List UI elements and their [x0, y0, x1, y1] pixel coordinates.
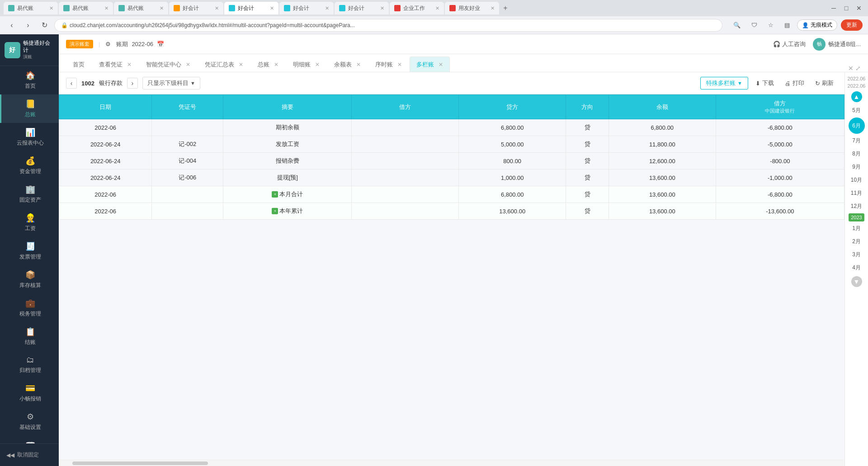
back-button[interactable]: ‹	[5, 19, 18, 32]
sidebar-item-home[interactable]: 🏠 首页	[0, 66, 59, 94]
browser-tab-5[interactable]: 好会计 ✕	[224, 2, 278, 14]
tab-smart-voucher-close[interactable]: ✕	[186, 61, 190, 68]
download-button[interactable]: ⬇ 下载	[752, 77, 778, 89]
tab-detail-ledger-close[interactable]: ✕	[315, 61, 320, 68]
print-button[interactable]: 🖨 打印	[781, 77, 808, 89]
star-icon[interactable]: ☆	[764, 20, 777, 30]
td-voucher-3[interactable]: 记-006	[152, 169, 223, 186]
date-october[interactable]: 10月	[847, 174, 867, 186]
tab-close-1[interactable]: ✕	[49, 5, 53, 11]
tab-close-4[interactable]: ✕	[215, 5, 219, 11]
tab-close-8[interactable]: ✕	[435, 5, 439, 11]
sidebar-item-settings[interactable]: ⚙ 基础设置	[0, 407, 59, 436]
date-scroll-down[interactable]: ▼	[851, 276, 862, 287]
date-august[interactable]: 8月	[847, 148, 867, 160]
td-voucher-2[interactable]: 记-004	[152, 153, 223, 169]
tab-general-ledger[interactable]: 总账 ✕	[251, 56, 285, 72]
tab-balance-close[interactable]: ✕	[356, 61, 361, 68]
minimize-button[interactable]: ─	[828, 3, 839, 14]
expand-icon[interactable]: ⤢	[855, 65, 861, 72]
pin-toggle[interactable]: ◀◀ 取消固定	[5, 448, 54, 461]
date-december[interactable]: 12月	[847, 200, 867, 212]
tab-voucher-view[interactable]: 查看凭证 ✕	[92, 56, 138, 72]
date-mar-2023[interactable]: 3月	[847, 249, 867, 261]
sidebar-browser-icon[interactable]: ▤	[781, 20, 793, 30]
scroll-thumb[interactable]	[72, 461, 208, 465]
date-feb-2023[interactable]: 2月	[847, 235, 867, 248]
url-input[interactable]: 🔒 cloud2.chanjet.com/accounting/uh26t264…	[54, 19, 722, 32]
date-apr-2023[interactable]: 4月	[847, 262, 867, 274]
settings-topbar-button[interactable]: ⚙	[105, 41, 111, 47]
tab-general-ledger-close[interactable]: ✕	[274, 61, 278, 68]
period-item[interactable]: 账期 2022-06 📅	[116, 40, 164, 48]
tab-home[interactable]: 首页	[66, 56, 91, 72]
tab-voucher-summary[interactable]: 凭证汇总表 ✕	[198, 56, 250, 72]
browser-tab-8[interactable]: 企业工作 ✕	[390, 2, 444, 14]
date-year-2023[interactable]: 2023	[849, 213, 864, 221]
browser-tab-7[interactable]: 好会计 ✕	[335, 2, 389, 14]
tab-chronological-close[interactable]: ✕	[397, 61, 402, 68]
new-tab-button[interactable]: +	[500, 3, 511, 14]
consult-button[interactable]: 🎧 人工咨询	[773, 40, 806, 48]
date-may[interactable]: 5月	[847, 104, 867, 117]
date-scroll-up[interactable]: ▲	[851, 91, 862, 102]
special-ledger-button[interactable]: 特殊多栏账 ▼	[700, 77, 748, 89]
update-button[interactable]: 更新	[841, 19, 863, 31]
tab-close-3[interactable]: ✕	[160, 5, 164, 11]
browser-tab-1[interactable]: 易代账 ✕	[4, 2, 58, 14]
tab-voucher-view-close[interactable]: ✕	[127, 61, 132, 68]
tab-voucher-summary-close[interactable]: ✕	[239, 61, 243, 68]
browser-tab-3[interactable]: 易代账 ✕	[114, 2, 168, 14]
next-account-button[interactable]: ›	[127, 78, 138, 89]
tab-close-6[interactable]: ✕	[325, 5, 329, 11]
invoice-icon: 🧾	[25, 241, 35, 251]
tab-detail-ledger[interactable]: 明细账 ✕	[286, 56, 326, 72]
sidebar-item-invoice[interactable]: 🧾 发票管理	[0, 237, 59, 265]
browser-tab-4[interactable]: 好会计 ✕	[169, 2, 223, 14]
sidebar-item-close[interactable]: 📋 结账	[0, 322, 59, 351]
td-debit-4	[352, 186, 459, 203]
browser-tab-6[interactable]: 好会计 ✕	[279, 2, 334, 14]
settings-icon: ⚙	[27, 412, 34, 422]
td-voucher-1[interactable]: 记-002	[152, 136, 223, 153]
tab-balance[interactable]: 余额表 ✕	[327, 56, 368, 72]
prev-account-button[interactable]: ‹	[66, 78, 77, 89]
collapse-icon[interactable]: ✕	[848, 65, 854, 72]
demo-badge[interactable]: 演示账套	[66, 40, 93, 48]
refresh-nav-button[interactable]: ↻	[38, 19, 51, 32]
close-button[interactable]: ✕	[854, 3, 864, 14]
tab-close-5[interactable]: ✕	[270, 5, 274, 11]
sidebar-item-archive[interactable]: 🗂 归档管理	[0, 351, 59, 379]
maximize-button[interactable]: □	[841, 3, 852, 14]
horizontal-scrollbar[interactable]	[59, 460, 844, 466]
forward-button[interactable]: ›	[22, 19, 34, 32]
date-september[interactable]: 9月	[847, 161, 867, 173]
sidebar-item-tax[interactable]: 💼 税务管理	[0, 294, 59, 322]
tab-multi-column-close[interactable]: ✕	[439, 61, 443, 68]
notrack-button[interactable]: 👤 无痕模式	[797, 19, 837, 31]
refresh-button[interactable]: ↻ 刷新	[811, 77, 837, 89]
sidebar-item-inventory[interactable]: 📦 库存核算	[0, 265, 59, 294]
tab-chronological[interactable]: 序时账 ✕	[368, 56, 409, 72]
tab-multi-column[interactable]: 多栏账 ✕	[410, 56, 450, 72]
search-icon[interactable]: 🔍	[730, 20, 744, 30]
filter-select[interactable]: 只显示下级科目 ▼	[142, 77, 200, 89]
tab-close-2[interactable]: ✕	[104, 5, 108, 11]
shield-icon[interactable]: 🛡	[748, 20, 761, 30]
tab-close-7[interactable]: ✕	[380, 5, 384, 11]
sidebar-item-fixed-assets[interactable]: 🏢 固定资产	[0, 180, 59, 208]
browser-tab-2[interactable]: 易代账 ✕	[59, 2, 113, 14]
sidebar-item-cloud-report[interactable]: 📊 云报表中心	[0, 123, 59, 151]
date-july[interactable]: 7月	[847, 135, 867, 147]
sidebar-item-ledger[interactable]: 📒 总账	[0, 94, 59, 123]
sidebar-item-guide[interactable]: 📖 新手引导	[0, 436, 59, 443]
sidebar-item-finance[interactable]: 💰 资金管理	[0, 151, 59, 180]
tab-smart-voucher[interactable]: 智能凭证中心 ✕	[139, 56, 197, 72]
sidebar-item-payroll[interactable]: 👷 工资	[0, 208, 59, 237]
tab-close-9[interactable]: ✕	[491, 5, 495, 11]
date-jan-2023[interactable]: 1月	[847, 222, 867, 235]
browser-tab-9[interactable]: 用友好业 ✕	[445, 2, 499, 14]
date-november[interactable]: 11月	[847, 187, 867, 199]
sidebar-item-expense[interactable]: 💳 小畅报销	[0, 379, 59, 407]
date-june[interactable]: 6月	[849, 118, 865, 134]
